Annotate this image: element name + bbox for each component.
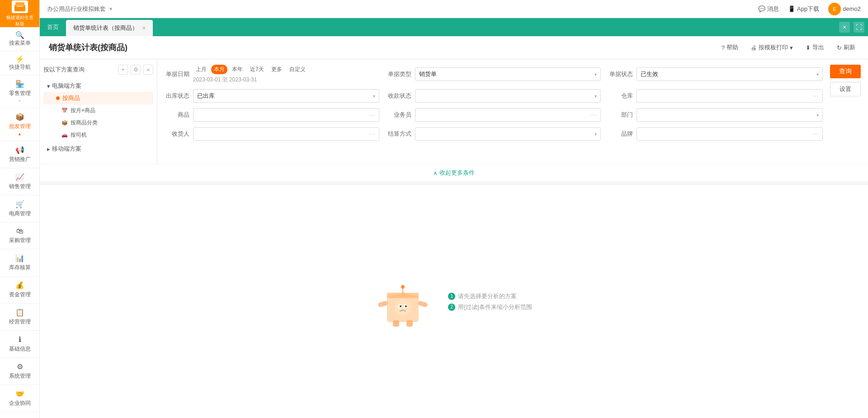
tab-bar-actions: × ⛶ bbox=[839, 22, 864, 33]
tree-group-mobile-header[interactable]: ▸ 移动端方案 bbox=[43, 143, 153, 155]
sidebar-item-newbie[interactable]: 📖 新手引导 bbox=[0, 412, 39, 418]
sidebar-item-basic-info[interactable]: ℹ 基础信息 bbox=[0, 331, 39, 358]
salesperson-input[interactable]: ··· bbox=[415, 108, 601, 122]
sidebar-quick-nav[interactable]: ⚡ 快捷导航 bbox=[0, 51, 39, 75]
warehouse-input[interactable]: ··· bbox=[637, 89, 823, 103]
sidebar-item-enterprise-label: 企业协同 bbox=[9, 399, 31, 407]
tree-group-desktop-header[interactable]: ▾ 电脑端方案 bbox=[43, 80, 153, 92]
scheme-settings-button[interactable]: ⚙ bbox=[131, 65, 141, 75]
date-tab-7days[interactable]: 近7天 bbox=[247, 65, 267, 74]
out-status-label: 出库状态 bbox=[165, 92, 189, 100]
hint-2-num: 2 bbox=[448, 304, 455, 311]
driver-icon: 🚗 bbox=[61, 132, 68, 138]
print-template-button[interactable]: 🖨 按模板打印 ▾ bbox=[747, 42, 797, 53]
date-tab-more[interactable]: 更多 bbox=[269, 65, 285, 74]
export-button[interactable]: ⬇ 导出 bbox=[802, 42, 828, 53]
tab-minimize-button[interactable]: × bbox=[839, 22, 850, 33]
payment-select[interactable]: ▾ bbox=[415, 127, 601, 141]
tree-item-by-category[interactable]: 📦 按商品分类 bbox=[43, 117, 153, 129]
sidebar-item-enterprise[interactable]: 🤝 企业协同 bbox=[0, 385, 39, 412]
sidebar-item-wholesale[interactable]: 📦 批发管理 ▲ bbox=[0, 108, 39, 141]
app-download-label: App下载 bbox=[797, 5, 819, 13]
query-button[interactable]: 查询 bbox=[830, 65, 861, 78]
sidebar-item-inventory-label: 库存核算 bbox=[9, 264, 31, 271]
sidebar-item-operations[interactable]: 📋 经营管理 bbox=[0, 304, 39, 331]
help-icon: ? bbox=[722, 44, 725, 51]
svg-rect-14 bbox=[393, 320, 399, 327]
empty-hints: 1 请先选择要分析的方案 2 用[过滤]条件来缩小分析范围 bbox=[448, 292, 532, 311]
doc-type-select[interactable]: 销货单 ▾ bbox=[415, 67, 601, 81]
tab-sales-report[interactable]: 销货单统计表（按商品） × bbox=[66, 20, 153, 36]
brand-label: 品牌 bbox=[608, 130, 633, 138]
user-menu[interactable]: E demo2 bbox=[828, 3, 861, 15]
brand-input[interactable]: ··· bbox=[637, 127, 823, 141]
sidebar-item-wholesale-label: 批发管理 bbox=[9, 123, 31, 130]
collapse-row[interactable]: ∧ 收起更多条件 bbox=[40, 164, 868, 181]
sidebar-item-inventory[interactable]: 📊 库存核算 bbox=[0, 249, 39, 276]
tree-mobile-label: 移动端方案 bbox=[52, 145, 81, 153]
sidebar: 畅捷通好生意 标版 🔍 搜索菜单 ⚡ 快捷导航 🏪 零售管理 ▾ 📦 批发管理 … bbox=[0, 0, 40, 418]
inventory-icon: 📊 bbox=[15, 254, 24, 262]
sidebar-item-purchase[interactable]: 🛍 采购管理 bbox=[0, 223, 39, 249]
empty-state: 1 请先选择要分析的方案 2 用[过滤]条件来缩小分析范围 bbox=[40, 185, 868, 418]
filter-conditions: 单据日期 上月 本月 本年 近7天 更多 自定义 20 bbox=[157, 59, 830, 164]
sidebar-item-system-label: 系统管理 bbox=[9, 372, 31, 380]
scheme-add-button[interactable]: + bbox=[118, 65, 128, 75]
receipt-status-select[interactable]: ▾ bbox=[415, 89, 601, 103]
sidebar-item-finance[interactable]: 💰 资金管理 bbox=[0, 276, 39, 304]
finance-icon: 💰 bbox=[15, 281, 24, 290]
sidebar-item-system[interactable]: ⚙ 系统管理 bbox=[0, 358, 39, 385]
scheme-collapse-button[interactable]: « bbox=[143, 65, 153, 75]
app-download-icon: 📱 bbox=[788, 5, 795, 12]
svg-rect-15 bbox=[406, 320, 413, 327]
export-label: 导出 bbox=[812, 43, 824, 52]
app-dropdown-icon[interactable]: ▾ bbox=[109, 5, 113, 12]
empty-svg bbox=[376, 277, 430, 327]
app-download-button[interactable]: 📱 App下载 bbox=[788, 5, 819, 13]
filter-row-doc-type: 单据类型 销货单 ▾ bbox=[387, 65, 601, 84]
tree-desktop-chevron: ▾ bbox=[47, 83, 50, 90]
department-select[interactable]: ▾ bbox=[637, 108, 823, 122]
scheme-panel-header: 按以下方案查询 + ⚙ « bbox=[43, 65, 153, 75]
refresh-button[interactable]: ↻ 刷新 bbox=[833, 42, 859, 53]
date-range-display: 2023-03-01 至 2023-03-31 bbox=[193, 76, 379, 84]
settings-icon: ⚙ bbox=[133, 66, 138, 73]
consignee-input[interactable]: ··· bbox=[193, 127, 379, 141]
filter-row-warehouse: 仓库 ··· bbox=[608, 89, 823, 103]
product-input[interactable]: ··· bbox=[193, 108, 379, 122]
month-icon: 📅 bbox=[61, 108, 68, 114]
out-status-select[interactable]: 已出库 ▾ bbox=[193, 89, 379, 103]
tab-home[interactable]: 首页 bbox=[40, 18, 66, 36]
svg-rect-2 bbox=[17, 6, 23, 7]
sidebar-item-sales[interactable]: 📈 销售管理 bbox=[0, 168, 39, 195]
out-status-dropdown-icon: ▾ bbox=[373, 94, 375, 99]
message-button[interactable]: 💬 消息 bbox=[758, 5, 779, 13]
tree-item-by-driver[interactable]: 🚗 按司机 bbox=[43, 129, 153, 141]
sidebar-search[interactable]: 🔍 搜索菜单 bbox=[0, 27, 39, 51]
department-label: 部门 bbox=[608, 111, 633, 119]
svg-point-11 bbox=[401, 285, 405, 289]
hint-1-text: 请先选择要分析的方案 bbox=[458, 292, 517, 300]
date-label: 单据日期 bbox=[165, 70, 189, 78]
tab-close-button[interactable]: × bbox=[142, 25, 146, 31]
tree-item-by-month-product[interactable]: 📅 按月+商品 bbox=[43, 104, 153, 117]
tab-maximize-button[interactable]: ⛶ bbox=[854, 22, 864, 33]
sidebar-item-ecommerce[interactable]: 🛒 电商管理 bbox=[0, 195, 39, 223]
date-tab-this-year[interactable]: 本年 bbox=[229, 65, 245, 74]
date-tab-last-month[interactable]: 上月 bbox=[193, 65, 209, 74]
sidebar-item-marketing[interactable]: 📢 营销推广 bbox=[0, 141, 39, 168]
doc-type-dropdown-icon: ▾ bbox=[594, 72, 597, 77]
tree-item-by-driver-label: 按司机 bbox=[71, 131, 87, 139]
sidebar-item-retail[interactable]: 🏪 零售管理 ▾ bbox=[0, 75, 39, 108]
salesperson-dots-icon: ··· bbox=[591, 112, 597, 118]
purchase-icon: 🛍 bbox=[16, 227, 24, 235]
tree-item-by-product[interactable]: 按商品 bbox=[43, 92, 153, 104]
doc-status-select[interactable]: 已生效 ▾ bbox=[637, 67, 823, 81]
doc-type-label: 单据类型 bbox=[387, 70, 411, 78]
settings-button[interactable]: 设置 bbox=[830, 82, 861, 96]
scheme-panel-title: 按以下方案查询 bbox=[43, 66, 85, 74]
date-tab-this-month[interactable]: 本月 bbox=[211, 65, 227, 74]
svg-rect-13 bbox=[417, 300, 428, 307]
date-tab-custom[interactable]: 自定义 bbox=[287, 65, 308, 74]
help-button[interactable]: ? 帮助 bbox=[718, 42, 742, 53]
